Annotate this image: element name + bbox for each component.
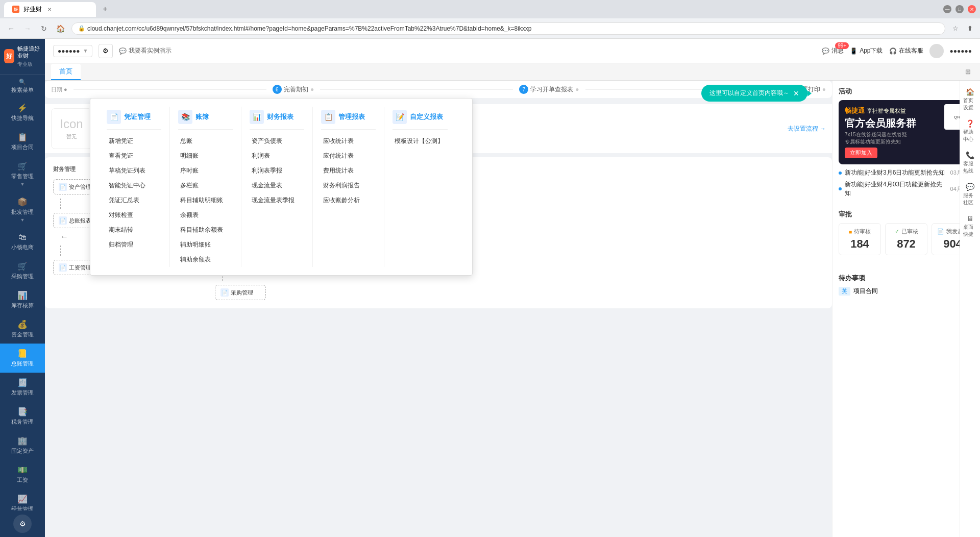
menu-item-payable-stat[interactable]: 应付统计表 [321,149,376,163]
community-quick[interactable]: 💬 服务社区 [962,180,978,209]
hotline-quick[interactable]: 📞 客服热线 [962,148,978,178]
community-label: 服务社区 [963,192,977,206]
message-btn[interactable]: 💬 消息 99+ [822,46,844,55]
todo-item-1[interactable]: 英 项目合同 [839,287,974,296]
inventory-icon: 📊 [17,290,28,300]
spacer [53,237,60,237]
approval-card-done[interactable]: ✓ 已审核 872 [885,223,927,255]
menu-item-profit-quarter[interactable]: 利润表季报 [250,163,304,178]
help-center-quick[interactable]: ❓ 帮助中心 [962,116,978,146]
todo-section: 待办事项 英 项目合同 [832,267,980,302]
fr-section-title: 财务报表 [267,112,293,121]
menu-item-voucher-summary[interactable]: 凭证汇总表 [107,193,161,208]
demo-btn[interactable]: 💬 我要看实例演示 [119,46,172,55]
menu-item-expense-stat[interactable]: 费用统计表 [321,163,376,178]
sidebar-item-ecommerce[interactable]: 🛍 小畅电商 [0,228,45,256]
home-settings-quick[interactable]: 🏠 首页设置 [962,85,978,114]
menu-item-multi-col[interactable]: 多栏账 [178,178,233,193]
top-header: ●●●●●● ▼ ⚙ 💬 我要看实例演示 💬 消息 99+ 📱 App下载 [45,39,980,63]
sidebar-item-inventory[interactable]: 📊 库存核算 [0,285,45,314]
menu-item-new-voucher[interactable]: 新增凭证 [107,134,161,149]
menu-item-chrono-ledger[interactable]: 序时账 [178,163,233,178]
menu-item-aux-detail[interactable]: 辅助明细账 [178,237,233,252]
activity-platform: 畅捷通 [845,106,865,115]
sidebar-item-wholesale[interactable]: 📦 批发管理 ▼ [0,192,45,228]
workflow-step-7[interactable]: 7 学习开单查报表 ● [519,85,579,94]
menu-item-smart-voucher[interactable]: 智能凭证中心 [107,178,161,193]
app-download-btn[interactable]: 📱 App下载 [850,46,883,55]
hint-close-btn[interactable]: ✕ [793,89,799,97]
user-avatar[interactable] [929,44,944,58]
sidebar-item-project[interactable]: 📋 项目合同 [0,127,45,156]
menu-item-subject-balance[interactable]: 科目辅助余额表 [178,223,233,237]
sidebar-item-tax[interactable]: 📑 税务管理 [0,402,45,431]
company-selector[interactable]: ●●●●●● ▼ [53,45,92,57]
flow-node-purchase[interactable]: 📄 采购管理 [215,285,266,300]
settings-quick-btn[interactable]: ⚙ [99,44,113,58]
menu-item-financial-profit[interactable]: 财务利润报告 [321,178,376,193]
menu-item-view-voucher[interactable]: 查看凭证 [107,149,161,163]
sidebar-item-finance[interactable]: 💰 资金管理 [0,314,45,344]
tab-home[interactable]: 首页 [51,64,81,80]
sidebar-item-purchase[interactable]: 🛒 采购管理 [0,256,45,285]
sidebar-bottom: ⚙ [9,510,36,537]
join-btn[interactable]: 立即加入 [845,148,877,158]
menu-item-archive[interactable]: 归档管理 [107,237,161,252]
purchase-flow-icon: 📄 [220,288,229,297]
new-tab-btn[interactable]: + [98,2,112,16]
todo-title: 待办事项 [839,274,974,283]
online-service-btn[interactable]: 🎧 在线客服 [889,46,923,55]
menu-item-subject-detail[interactable]: 科目辅助明细账 [178,193,233,208]
bookmark-icon[interactable]: ☆ [949,22,962,35]
help-center-icon: ❓ [966,119,974,128]
menu-item-profit[interactable]: 利润表 [250,149,304,163]
menu-item-cashflow[interactable]: 现金流量表 [250,178,304,193]
sidebar-item-assets[interactable]: 🏢 固定资产 [0,431,45,460]
maximize-btn[interactable]: □ [955,5,964,13]
sidebar-settings-btn[interactable]: ⚙ [13,515,32,533]
icon-slot-1[interactable]: Icon 暂无 [51,108,92,149]
tab-close-btn[interactable]: ✕ [46,6,53,13]
desktop-quick[interactable]: 🖥 桌面快捷 [962,211,978,241]
sidebar-item-accounting[interactable]: 📒 总账管理 [0,344,45,373]
menu-item-detail-ledger[interactable]: 明细账 [178,149,233,163]
sidebar-item-retail[interactable]: 🛒 零售管理 ▼ [0,156,45,192]
home-btn[interactable]: 🏠 [53,21,67,36]
sidebar-item-shortcut[interactable]: ⚡ 快捷导航 [0,98,45,127]
shortcut-icon: ⚡ [17,103,28,113]
user-name-btn[interactable]: ●●●●●● [950,47,972,55]
menu-item-period-end[interactable]: 期末结转 [107,223,161,237]
sidebar-item-invoice[interactable]: 🧾 发票管理 [0,373,45,402]
news-item-1[interactable]: 新功能|好业财3月6日功能更新抢先知 03月06日 [839,168,974,177]
share-icon[interactable]: ⬆ [964,22,976,35]
tab-expand-btn[interactable]: ⊞ [962,66,974,78]
menu-item-draft-voucher[interactable]: 草稿凭证列表 [107,163,161,178]
address-bar[interactable]: 🔒 cloud.chanjet.com/cc/u6d89qwnryel/57bf… [71,22,945,35]
forward-btn[interactable]: → [20,21,35,36]
menu-item-template-design[interactable]: 模板设计【公测】 [393,134,448,149]
sidebar-item-ecommerce-label: 小畅电商 [11,243,34,251]
step-7-label: 学习开单查报表 [530,85,573,94]
minimize-btn[interactable]: — [943,5,951,13]
back-btn[interactable]: ← [4,21,18,36]
sidebar-item-ops[interactable]: 📈 经营管理 [0,489,45,510]
menu-item-aux-balance[interactable]: 辅助余额表 [178,252,233,267]
menu-item-balance[interactable]: 余额表 [178,208,233,223]
menu-item-aging-analysis[interactable]: 应收账龄分析 [321,193,376,208]
close-btn[interactable]: ✕ [968,5,976,13]
menu-item-reconcile[interactable]: 对账检查 [107,208,161,223]
sidebar-item-purchase-label: 采购管理 [11,273,34,280]
tab-home-label: 首页 [59,67,72,75]
approval-card-pending[interactable]: ■ 待审核 184 [839,223,881,255]
sidebar-item-salary[interactable]: 💵 工资 [0,460,45,489]
reload-btn[interactable]: ↻ [37,21,51,36]
sidebar-search[interactable]: 🔍 搜索菜单 [7,75,38,98]
news-item-2[interactable]: 新功能|好业财4月03日功能更新抢先知 04月03日 [839,180,974,198]
flow-setup-link[interactable]: 去设置流程 → [788,125,826,133]
menu-item-balance-sheet[interactable]: 资产负债表 [250,134,304,149]
workflow-step-6[interactable]: 6 完善期初 ● [273,85,314,94]
menu-item-cashflow-quarter[interactable]: 现金流量表季报 [250,193,304,208]
menu-item-receivable-stat[interactable]: 应收统计表 [321,134,376,149]
menu-item-general-ledger[interactable]: 总账 [178,134,233,149]
browser-tab[interactable]: 好 好业财 ✕ [4,2,96,17]
